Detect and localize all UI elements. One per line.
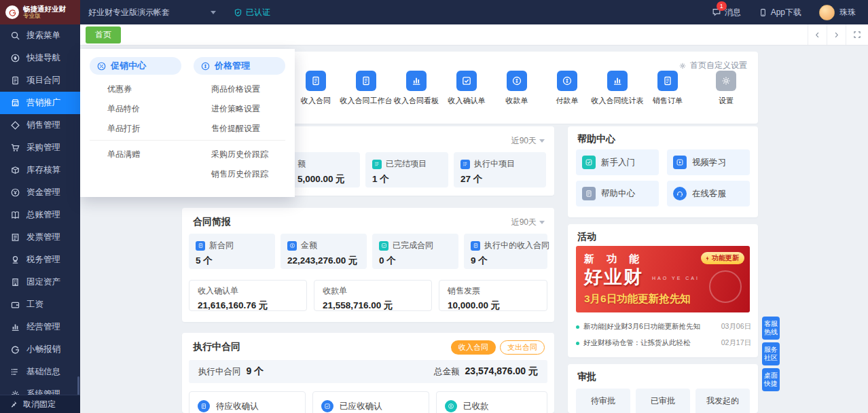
quick-receipt[interactable]: 收款单	[492, 71, 542, 106]
quick-income-contract-workbench[interactable]: 收入合同工作台	[341, 71, 391, 106]
promo-center-icon	[96, 61, 107, 71]
sidebar-item-fixed-assets[interactable]: 固定资产	[0, 271, 80, 293]
quick-payment[interactable]: 付款单	[542, 71, 592, 106]
range-label: 近90天	[511, 135, 537, 147]
doc-value: 21,616,160.76 元	[198, 300, 298, 312]
menu-item-purchase-price-strategy[interactable]: 进价策略设置	[194, 99, 285, 119]
sidebar-item-system[interactable]: 系统管理	[0, 383, 80, 395]
help-getting-started[interactable]: 新手入门	[576, 149, 659, 175]
user-menu[interactable]: 珠珠	[819, 5, 856, 20]
news-text: 新功能|好业财3月6日功能更新抢先知	[583, 322, 717, 331]
quick-income-contract-board[interactable]: 收入合同看板	[391, 71, 441, 106]
help-online-service[interactable]: 在线客服	[667, 181, 750, 206]
sidebar-item-label: 固定资产	[26, 276, 60, 288]
tab-scroll-left-button[interactable]	[808, 24, 827, 45]
account-selector[interactable]: 好业财专业版演示帐套	[88, 7, 216, 18]
sidebar-item-project-contract[interactable]: 项目合同	[0, 69, 80, 92]
sidebar-item-tax[interactable]: 税务管理	[0, 249, 80, 271]
new-contract-icon	[196, 241, 205, 251]
sidebar-item-general-ledger[interactable]: 总账管理	[0, 204, 80, 226]
menu-item-discount[interactable]: 单品打折	[90, 119, 181, 139]
desktop-shortcut-button[interactable]: 桌面快捷	[762, 368, 780, 391]
project-range-dropdown[interactable]: 近90天	[511, 135, 545, 147]
tab-scroll-right-button[interactable]	[827, 24, 846, 45]
tab-approved[interactable]: 已审批	[636, 389, 690, 413]
banner-update-button[interactable]: 功能更新	[701, 252, 744, 264]
menu-item-sale-price-history[interactable]: 销售历史价跟踪	[194, 164, 285, 184]
bolt-icon	[704, 255, 710, 262]
executing-count: 执行中合同9 个	[198, 365, 264, 378]
home-customize-link[interactable]: 首页自定义设置	[679, 60, 747, 71]
promo-banner[interactable]: 新 功 能 功能更新 好业财 HAO YE CAI 3月6日功能更新抢先知	[576, 246, 750, 312]
tab-confirmed-receivable[interactable]: 已应收确认	[312, 391, 429, 413]
sidebar-item-search-menu[interactable]: 搜索菜单	[0, 24, 80, 47]
sidebar-item-quick-nav[interactable]: 快捷导航	[0, 47, 80, 69]
floating-buttons: 客服热线 服务社区 桌面快捷	[762, 317, 780, 394]
messages-button[interactable]: 1 消息	[712, 7, 741, 18]
stat-label: 已完成合同	[393, 240, 433, 251]
service-community-button[interactable]: 服务社区	[762, 342, 780, 365]
book-icon	[10, 210, 20, 220]
quick-income-confirm[interactable]: 收入确认单	[441, 71, 492, 106]
quick-item-label: 收入合同看板	[394, 96, 439, 106]
sidebar: 搜索菜单 快捷导航 项目合同 营销推广 销售管理 采购管理 库存核算 资金管理 …	[0, 24, 80, 413]
building-icon	[10, 277, 20, 287]
menu-item-purchase-price-history[interactable]: 采购历史价跟踪	[194, 145, 285, 164]
sidebar-item-label: 搜索菜单	[26, 30, 60, 41]
tab-received[interactable]: 已收款	[436, 391, 547, 413]
messages-label: 消息	[725, 7, 741, 18]
sidebar-item-expense[interactable]: 小畅报销	[0, 338, 80, 361]
sales-invoice-docbox[interactable]: 销售发票 10,000.00 元	[439, 280, 547, 311]
unpin-button[interactable]: 取消固定	[0, 395, 80, 413]
news-item[interactable]: 新功能|好业财3月6日功能更新抢先知 03月06日	[576, 319, 751, 334]
tab-pending-approval[interactable]: 待审批	[576, 389, 630, 413]
quick-settings[interactable]: 设置	[701, 71, 751, 106]
sidebar-item-basic-info[interactable]: 基础信息	[0, 361, 80, 383]
contract-amount-stat: 金额 22,243,276.00 元	[281, 234, 367, 269]
pin-icon	[10, 400, 18, 408]
quick-item-label: 收入合同工作台	[340, 96, 393, 106]
sidebar-item-purchase[interactable]: 采购管理	[0, 137, 80, 159]
sidebar-menu: 搜索菜单 快捷导航 项目合同 营销推广 销售管理 采购管理 库存核算 资金管理 …	[0, 24, 80, 395]
app-download-button[interactable]: App下载	[759, 7, 801, 18]
sidebar-item-payroll[interactable]: 工资	[0, 293, 80, 316]
expense-contract-pill[interactable]: 支出合同	[500, 340, 545, 355]
sidebar-item-inventory[interactable]: 库存核算	[0, 159, 80, 181]
income-confirm-docbox[interactable]: 收入确认单 21,616,160.76 元	[189, 280, 307, 311]
quick-income-contract-stats[interactable]: 收入合同统计表	[592, 71, 643, 106]
app-edition: 专业版	[23, 13, 66, 20]
doc-value: 10,000.00 元	[448, 300, 539, 312]
notification-badge: 1	[717, 1, 727, 11]
contract-range-dropdown[interactable]: 近90天	[511, 217, 545, 228]
fullscreen-button[interactable]	[846, 24, 868, 45]
sidebar-item-label: 税务管理	[26, 254, 60, 266]
summary-value: 9 个	[247, 365, 264, 376]
receipt-docbox[interactable]: 收款单 21,558,716.00 元	[314, 280, 432, 311]
tab-pending-receivable[interactable]: 待应收确认	[189, 391, 306, 413]
sidebar-item-operations[interactable]: 经营管理	[0, 316, 80, 338]
sidebar-item-funds[interactable]: 资金管理	[0, 181, 80, 204]
menu-item-sale-price-alert[interactable]: 售价提醒设置	[194, 119, 285, 139]
news-item[interactable]: 好业财移动仓管：让拣货从此轻松 02月17日	[576, 336, 751, 351]
income-contract-pill[interactable]: 收入合同	[451, 340, 496, 355]
sidebar-item-invoice[interactable]: 发票管理	[0, 226, 80, 249]
menu-item-product-price-setting[interactable]: 商品价格设置	[194, 79, 285, 99]
stat-label: 额	[297, 158, 306, 170]
menu-item-gift-with-purchase[interactable]: 单品满赠	[90, 145, 181, 164]
total-value: 23,574,876.00 元	[465, 365, 538, 376]
home-customize-label: 首页自定义设置	[690, 60, 747, 71]
quick-item-label: 销售订单	[653, 96, 683, 106]
quick-income-contract[interactable]: 收入合同	[291, 71, 341, 106]
tab-initiated-by-me[interactable]: 我发起的	[695, 389, 750, 413]
menu-item-coupon[interactable]: 优惠券	[90, 79, 181, 99]
service-hotline-button[interactable]: 客服热线	[762, 317, 780, 340]
card-title: 合同简报	[193, 216, 231, 228]
quick-sales-order[interactable]: 销售订单	[643, 71, 693, 106]
help-video-learning[interactable]: 视频学习	[667, 149, 750, 175]
executing-contracts-card: 执行中合同 收入合同 支出合同 执行中合同9 个 总金额23,574,876.0…	[182, 333, 554, 413]
menu-item-special-price[interactable]: 单品特价	[90, 99, 181, 119]
sidebar-item-marketing[interactable]: 营销推广	[0, 92, 80, 114]
help-help-center[interactable]: 帮助中心	[576, 181, 659, 206]
tab-home[interactable]: 首页	[86, 26, 121, 43]
sidebar-item-sales[interactable]: 销售管理	[0, 114, 80, 137]
